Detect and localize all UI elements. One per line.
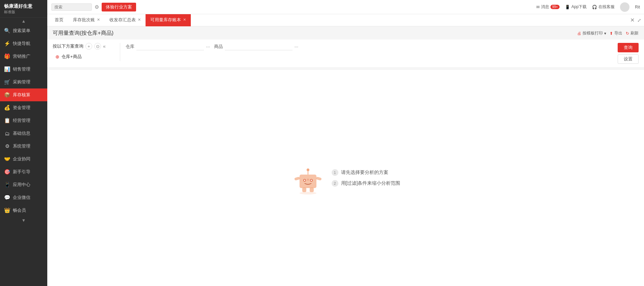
scheme-header-label: 按以下方案查询 — [53, 43, 83, 49]
warehouse-filter-group: 仓库 ··· — [126, 43, 210, 50]
product-filter-more[interactable]: ··· — [294, 44, 299, 49]
tab-batch-account[interactable]: 库存批次账 ✕ — [68, 14, 105, 26]
sidebar-item-inventory[interactable]: 📦 库存核算 — [0, 88, 47, 101]
scheme-item-warehouse-product[interactable]: ⊕ 仓库+商品 — [53, 52, 116, 61]
search-icon: 🔍 — [4, 28, 10, 34]
sidebar-item-sales[interactable]: 📊 销售管理 — [0, 63, 47, 76]
sidebar-item-label: 资金管理 — [13, 105, 30, 111]
sidebar-item-capital[interactable]: 💰 资金管理 — [0, 101, 47, 114]
filter-fields: 仓库 ··· 商品 ··· — [120, 43, 612, 50]
scheme-item-icon: ⊕ — [55, 54, 59, 59]
svg-point-7 — [307, 168, 309, 171]
scheme-header: 按以下方案查询 + ⊙ « — [53, 43, 116, 50]
wechat-icon: 💬 — [4, 194, 10, 201]
empty-tips: 1 请先选择要分析的方案 2 用[过滤]条件来缩小分析范围 — [332, 169, 401, 187]
scheme-settings-icon: ⊙ — [96, 44, 100, 49]
sidebar-item-label: 畅会员 — [13, 207, 26, 213]
export-label: 导出 — [614, 30, 622, 36]
sidebar-item-basic[interactable]: 🗂 基础信息 — [0, 127, 47, 140]
scheme-settings-button[interactable]: ⊙ — [94, 43, 101, 50]
tab-batch-account-close[interactable]: ✕ — [97, 18, 100, 22]
page-header-actions: 🖨 按模板打印 ▾ ⬆ 导出 ↻ 刷新 — [577, 30, 639, 36]
message-btn[interactable]: ✉ 消息 99+ — [536, 4, 560, 10]
scheme-collapse-button[interactable]: « — [103, 44, 106, 49]
download-icon: 📱 — [565, 5, 570, 9]
tip-text-2: 用[过滤]条件来缩小分析范围 — [341, 180, 401, 186]
sidebar-scroll-up[interactable]: ▲ — [0, 18, 47, 24]
system-icon: ⚙ — [4, 143, 10, 149]
add-scheme-icon: + — [87, 44, 90, 49]
sidebar-item-wechat[interactable]: 💬 企业微信 — [0, 191, 47, 204]
sidebar-item-newbie[interactable]: 🎯 新手引导 — [0, 165, 47, 178]
product-filter-input[interactable] — [225, 43, 292, 50]
sidebar-item-operations[interactable]: 📋 经营管理 — [0, 114, 47, 127]
sidebar-item-label: 采购管理 — [13, 79, 30, 85]
app-download-btn[interactable]: 📱 App下载 — [565, 4, 587, 10]
inventory-icon: 📦 — [4, 92, 10, 98]
sidebar-item-purchase[interactable]: 🛒 采购管理 — [0, 76, 47, 88]
sidebar-item-search[interactable]: 🔍 搜索菜单 — [0, 24, 47, 37]
empty-tip-2: 2 用[过滤]条件来缩小分析范围 — [332, 180, 401, 187]
refresh-button[interactable]: ↻ 刷新 — [626, 30, 639, 36]
sidebar-scroll-down[interactable]: ▼ — [0, 217, 47, 224]
sidebar-item-member[interactable]: 👑 畅会员 — [0, 204, 47, 217]
print-label: 按模板打印 — [583, 30, 603, 36]
service-icon: 🎧 — [592, 5, 597, 9]
tab-available-qty-label: 可用量库存账本 — [150, 17, 181, 23]
topbar-right: ✉ 消息 99+ 📱 App下载 🎧 在线客服 Rit — [536, 2, 640, 12]
tab-available-qty[interactable]: 可用量库存账本 ✕ — [146, 14, 191, 26]
sidebar-item-shortcut[interactable]: ⚡ 快捷导航 — [0, 37, 47, 50]
svg-point-12 — [307, 179, 309, 181]
print-button[interactable]: 🖨 按模板打印 ▾ — [577, 30, 606, 36]
tabs-bar: 首页 库存批次账 ✕ 收发存汇总表 ✕ 可用量库存账本 ✕ ✕ ⤢ — [47, 14, 644, 26]
sidebar-item-label: 企业微信 — [13, 194, 30, 201]
basic-icon: 🗂 — [4, 131, 10, 136]
sidebar-item-label: 库存核算 — [13, 92, 30, 98]
username: Rit — [635, 5, 640, 9]
robot-svg — [291, 161, 325, 195]
empty-state: 1 请先选择要分析的方案 2 用[过滤]条件来缩小分析范围 — [47, 70, 644, 286]
app-download-label: App下载 — [571, 4, 587, 10]
query-button[interactable]: 查询 — [618, 43, 639, 52]
warehouse-filter-input[interactable] — [136, 43, 204, 50]
message-icon: ✉ — [536, 5, 540, 9]
capital-icon: 💰 — [4, 105, 10, 111]
svg-rect-11 — [310, 187, 314, 192]
topbar-search-input[interactable] — [51, 3, 92, 11]
sidebar-item-label: 新手引导 — [13, 169, 30, 175]
svg-rect-9 — [316, 177, 322, 181]
expand-icon[interactable]: ⤢ — [637, 18, 641, 23]
tab-home[interactable]: 首页 — [50, 14, 68, 26]
topbar-gear-icon[interactable]: ⚙ — [95, 4, 99, 10]
trial-button[interactable]: 体验行业方案 — [102, 3, 136, 11]
action-buttons: 查询 设置 — [618, 43, 639, 64]
sidebar-item-appstore[interactable]: 📱 应用中心 — [0, 178, 47, 191]
print-icon: 🖨 — [577, 31, 581, 36]
member-icon: 👑 — [4, 207, 10, 213]
topbar: ⚙ 体验行业方案 ✉ 消息 99+ 📱 App下载 🎧 在线客服 Rit — [47, 0, 644, 14]
tip-num-1: 1 — [332, 169, 338, 176]
export-button[interactable]: ⬆ 导出 — [610, 30, 622, 36]
sidebar-item-marketing[interactable]: 🎁 营销推广 — [0, 50, 47, 63]
tab-summary[interactable]: 收发存汇总表 ✕ — [105, 14, 146, 26]
main-area: ⚙ 体验行业方案 ✉ 消息 99+ 📱 App下载 🎧 在线客服 Rit 首页 — [47, 0, 644, 286]
scheme-add-button[interactable]: + — [85, 43, 92, 50]
warehouse-filter-label: 仓库 — [126, 44, 134, 50]
refresh-icon: ↻ — [626, 31, 629, 36]
close-all-tabs-icon[interactable]: ✕ — [630, 17, 635, 23]
warehouse-filter-more[interactable]: ··· — [206, 44, 210, 49]
tab-summary-close[interactable]: ✕ — [138, 18, 141, 22]
enterprise-icon: 🤝 — [4, 156, 10, 162]
tab-available-qty-close[interactable]: ✕ — [183, 18, 186, 22]
page-header: 可用量查询(按仓库+商品) 🖨 按模板打印 ▾ ⬆ 导出 ↻ 刷新 — [47, 26, 644, 40]
sidebar-item-label: 企业协同 — [13, 156, 30, 162]
customer-service-btn[interactable]: 🎧 在线客服 — [592, 4, 615, 10]
print-dropdown-icon[interactable]: ▾ — [604, 31, 606, 36]
app-edition: 标准版 — [4, 9, 43, 15]
settings-button[interactable]: 设置 — [618, 54, 639, 64]
purchase-icon: 🛒 — [4, 79, 10, 85]
sidebar-item-system[interactable]: ⚙ 系统管理 — [0, 140, 47, 153]
tabs-right: ✕ ⤢ — [630, 17, 641, 23]
sidebar-item-enterprise[interactable]: 🤝 企业协同 — [0, 153, 47, 165]
message-label: 消息 — [541, 4, 549, 10]
